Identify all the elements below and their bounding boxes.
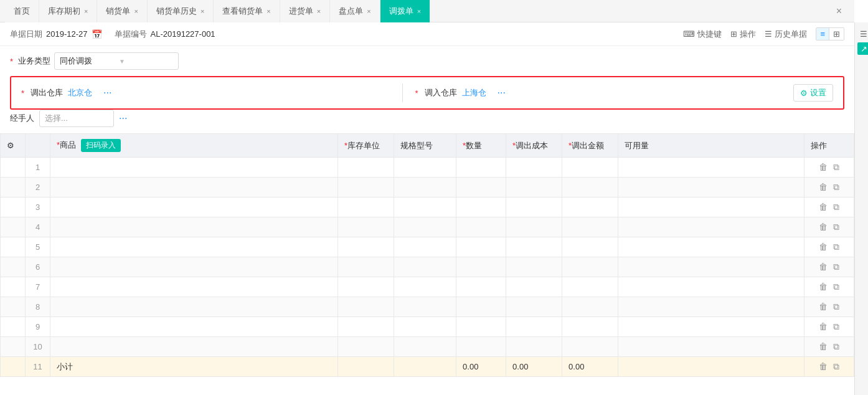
warehouse-out-dots[interactable]: ···: [103, 87, 111, 98]
product-cell[interactable]: [50, 198, 338, 217]
product-cell[interactable]: [50, 237, 338, 257]
amount-cell[interactable]: [562, 257, 618, 277]
cost-cell[interactable]: [506, 277, 562, 297]
qty-cell[interactable]: [456, 237, 506, 257]
tab-close-stocktake[interactable]: ×: [367, 7, 370, 15]
unit-cell[interactable]: [338, 217, 394, 237]
delete-icon[interactable]: 🗑: [819, 282, 828, 292]
product-cell[interactable]: [50, 217, 338, 237]
tab-sales-order[interactable]: 销货单×: [97, 0, 147, 22]
cost-cell[interactable]: [506, 237, 562, 257]
business-type-select[interactable]: 同价调拨 ▼: [54, 52, 179, 70]
delete-icon[interactable]: 🗑: [819, 361, 828, 371]
delete-icon[interactable]: 🗑: [819, 162, 828, 172]
tab-close-sales-order[interactable]: ×: [134, 7, 138, 15]
amount-cell[interactable]: [562, 178, 618, 198]
tab-close-transfer[interactable]: ×: [417, 7, 421, 15]
spec-cell[interactable]: [394, 198, 456, 217]
product-cell[interactable]: [50, 317, 338, 337]
amount-cell[interactable]: [562, 277, 618, 297]
copy-icon[interactable]: ⧉: [833, 162, 839, 172]
warehouse-in-value[interactable]: 上海仓: [462, 87, 486, 98]
product-cell[interactable]: [50, 297, 338, 317]
product-cell[interactable]: [50, 158, 338, 178]
copy-icon[interactable]: ⧉: [833, 182, 839, 192]
unit-cell[interactable]: [338, 178, 394, 198]
delete-icon[interactable]: 🗑: [819, 321, 828, 331]
copy-icon[interactable]: ⧉: [833, 222, 839, 232]
tab-home[interactable]: 首页: [5, 0, 39, 22]
product-cell[interactable]: [50, 178, 338, 198]
copy-icon[interactable]: ⧉: [833, 202, 839, 212]
amount-cell[interactable]: [562, 198, 618, 217]
tab-inventory-init[interactable]: 库存期初×: [39, 0, 97, 22]
delete-icon[interactable]: 🗑: [819, 202, 828, 212]
list-view-btn[interactable]: ≡: [816, 28, 829, 40]
product-cell[interactable]: [50, 337, 338, 357]
spec-cell[interactable]: [394, 297, 456, 317]
tab-stocktake[interactable]: 盘点单×: [330, 0, 380, 22]
amount-cell[interactable]: [562, 297, 618, 317]
settings-col-header[interactable]: ⚙: [1, 134, 26, 158]
handler-dots[interactable]: ···: [119, 113, 127, 124]
amount-cell[interactable]: [562, 158, 618, 178]
side-export-icon[interactable]: ↗: [857, 42, 868, 55]
amount-cell[interactable]: [562, 217, 618, 237]
spec-cell[interactable]: [394, 277, 456, 297]
qty-cell[interactable]: [456, 257, 506, 277]
handler-select[interactable]: 选择...: [39, 110, 114, 127]
qty-cell[interactable]: [456, 317, 506, 337]
cost-cell[interactable]: [506, 217, 562, 237]
tab-close-inventory-init[interactable]: ×: [84, 7, 88, 15]
grid-view-btn[interactable]: ⊞: [829, 28, 844, 40]
tab-view-sales[interactable]: 查看销货单×: [214, 0, 280, 22]
side-list-icon[interactable]: ☰: [857, 27, 868, 40]
copy-icon[interactable]: ⧉: [833, 242, 839, 252]
delete-icon[interactable]: 🗑: [819, 262, 828, 272]
date-value[interactable]: 2019-12-27: [46, 29, 88, 39]
copy-icon[interactable]: ⧉: [833, 341, 839, 351]
cost-cell[interactable]: [506, 178, 562, 198]
spec-cell[interactable]: [394, 217, 456, 237]
settings-button[interactable]: ⚙ 设置: [793, 84, 833, 102]
tab-transfer[interactable]: 调拨单×: [380, 0, 430, 22]
spec-cell[interactable]: [394, 317, 456, 337]
unit-cell[interactable]: [338, 237, 394, 257]
warehouse-out-value[interactable]: 北京仓: [68, 87, 92, 98]
delete-icon[interactable]: 🗑: [819, 182, 828, 192]
qty-cell[interactable]: [456, 337, 506, 357]
delete-icon[interactable]: 🗑: [819, 242, 828, 252]
unit-cell[interactable]: [338, 257, 394, 277]
tab-close-sales-history[interactable]: ×: [200, 7, 204, 15]
unit-cell[interactable]: [338, 277, 394, 297]
operation-btn[interactable]: ⊞ 操作: [730, 29, 756, 40]
qty-cell[interactable]: [456, 198, 506, 217]
tab-sales-history[interactable]: 销货单历史×: [148, 0, 214, 22]
amount-cell[interactable]: [562, 317, 618, 337]
amount-cell[interactable]: [562, 337, 618, 357]
qty-cell[interactable]: [456, 277, 506, 297]
shortcut-btn[interactable]: ⌨ 快捷键: [683, 29, 722, 40]
copy-icon[interactable]: ⧉: [833, 282, 839, 292]
cost-cell[interactable]: [506, 297, 562, 317]
unit-cell[interactable]: [338, 297, 394, 317]
spec-cell[interactable]: [394, 237, 456, 257]
calendar-icon[interactable]: 📅: [92, 29, 102, 39]
product-cell[interactable]: [50, 277, 338, 297]
spec-cell[interactable]: [394, 158, 456, 178]
tab-purchase-order[interactable]: 进货单×: [280, 0, 330, 22]
amount-cell[interactable]: [562, 237, 618, 257]
product-cell[interactable]: [50, 257, 338, 277]
qty-cell[interactable]: [456, 178, 506, 198]
qty-cell[interactable]: [456, 217, 506, 237]
unit-cell[interactable]: [338, 158, 394, 178]
qty-cell[interactable]: [456, 297, 506, 317]
delete-icon[interactable]: 🗑: [819, 222, 828, 232]
unit-cell[interactable]: [338, 337, 394, 357]
cost-cell[interactable]: [506, 158, 562, 178]
copy-icon[interactable]: ⧉: [833, 262, 839, 272]
qty-cell[interactable]: [456, 158, 506, 178]
tab-close-purchase-order[interactable]: ×: [317, 7, 321, 15]
history-btn[interactable]: ☰ 历史单据: [765, 29, 807, 40]
unit-cell[interactable]: [338, 317, 394, 337]
